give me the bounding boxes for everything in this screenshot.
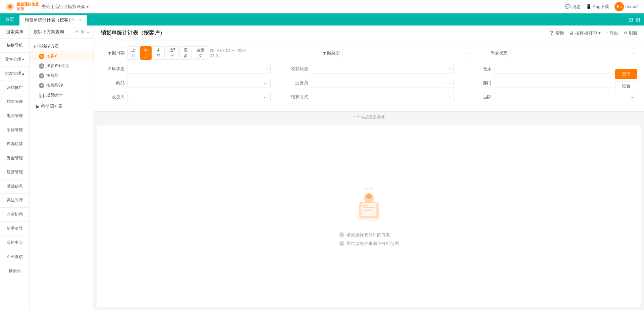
filter-area: 单据日期 上月 本月 本年 近7天 更多 自定义 2023-03-01 至 20…: [94, 41, 644, 111]
scheme-panel-actions: + ⚙ «: [75, 29, 90, 35]
svg-point-7: [366, 194, 372, 199]
tree-item-customer-product[interactable]: ⊞ 按客户+商品: [30, 61, 94, 71]
date-btn-7days[interactable]: 近7天: [166, 46, 179, 60]
date-btn-custom[interactable]: 自定义: [193, 46, 207, 60]
sidebar-item-ecommerce[interactable]: 电商管理: [0, 109, 29, 123]
industry-selector[interactable]: 办公用品行业模拟账套 ▾: [42, 4, 89, 10]
receiver-label: 收货人: [101, 94, 127, 100]
main-content: 销货单统计计表（按客户） ❓ 帮助 🖨 按模板打印 ▾: [94, 25, 644, 310]
filter-row-2: 出库状态 ▾ 收款状态 ▾ 仓库: [101, 64, 637, 74]
chevron-down-icon: ▾: [87, 4, 89, 9]
date-btn-more[interactable]: 更多: [180, 46, 192, 60]
filter-row-4: 收货人 ··· 结算方式 ▾ 品牌: [101, 92, 637, 102]
collapse-label: 收起更多条件: [361, 114, 385, 120]
settings-button[interactable]: 设置: [615, 81, 637, 91]
scheme-edit-icon[interactable]: ⚙: [80, 29, 85, 35]
header-right: 💬 消息 📱 App下载 Ea demo2: [565, 2, 639, 11]
date-btn-lastmonth[interactable]: 上月: [127, 46, 139, 60]
help-btn[interactable]: ❓ 帮助: [549, 30, 564, 36]
tree-group-desktop-header[interactable]: ▾ 电脑端方案: [30, 41, 94, 51]
sidebar-item-sales[interactable]: 销售管理: [0, 95, 29, 109]
sidebar-item-finance[interactable]: 资金管理: [0, 151, 29, 165]
svg-rect-12: [363, 207, 375, 208]
product-dots[interactable]: ···: [264, 81, 268, 86]
order-type-select[interactable]: ▾: [342, 48, 470, 58]
sidebar-item-wholesale[interactable]: 批发管理 ▴: [0, 67, 29, 81]
filter-row-3: 商品 ··· 业务员 ··· 部门: [101, 78, 637, 88]
customer-product-icon: ⊞: [39, 63, 44, 69]
product-select[interactable]: ···: [127, 78, 271, 88]
brand-dots[interactable]: ···: [631, 95, 634, 100]
message-action[interactable]: 💬 消息: [565, 4, 581, 10]
tree-item-return[interactable]: 📊 退货统计: [30, 90, 94, 100]
sidebar-item-member[interactable]: 畅会员: [0, 264, 29, 278]
settlement-label: 结算方式: [284, 94, 311, 100]
svg-line-8: [366, 188, 367, 190]
empty-illustration: [349, 185, 389, 225]
sidebar-item-operation[interactable]: 经营管理: [0, 165, 29, 179]
receiver-dots[interactable]: ···: [264, 95, 268, 100]
scheme-add-icon[interactable]: +: [75, 29, 78, 35]
tree-group-mobile-header[interactable]: ▶ 移动端方案: [30, 101, 94, 111]
content-area: 按以下方案查询 + ⚙ « ▾ 电脑端方案 客 按客户: [30, 25, 644, 310]
print-chevron-icon: ▾: [598, 31, 601, 36]
date-btn-thisyear[interactable]: 本年: [153, 46, 164, 60]
tree-item-product99[interactable]: ⊞ 按商品99: [30, 81, 94, 90]
sidebar-item-purchase[interactable]: 采购管理: [0, 123, 29, 137]
svg-point-2: [8, 5, 12, 8]
order-type-label: 单据类型: [316, 50, 342, 56]
refresh-btn[interactable]: ↺ 刷新: [624, 30, 637, 36]
sidebar-item-retail[interactable]: 零售管理 ▾: [0, 53, 29, 67]
payment-select[interactable]: ▾: [311, 64, 454, 74]
sidebar-item-coop[interactable]: 企业协同: [0, 208, 29, 222]
settlement-select[interactable]: ▾: [311, 92, 454, 102]
product-label: 商品: [101, 80, 127, 86]
scheme-collapse-icon[interactable]: «: [87, 29, 90, 35]
empty-tip-1: 1 请先选择要分析的方案: [339, 230, 399, 239]
page-header: 销货单统计计表（按客户） ❓ 帮助 🖨 按模板打印 ▾: [94, 25, 644, 41]
svg-line-10: [371, 188, 372, 190]
sidebar-item-search[interactable]: 搜索菜单: [0, 25, 29, 39]
print-btn[interactable]: 🖨 按模板打印 ▾: [570, 30, 601, 36]
tree-item-product[interactable]: ⊞ 按商品: [30, 71, 94, 81]
app-download-action[interactable]: 📱 App下载: [586, 4, 609, 10]
export-btn[interactable]: ↑ 导出: [606, 30, 619, 36]
customer-icon: 客: [39, 54, 44, 59]
salesperson-dots[interactable]: ···: [447, 81, 451, 86]
tab-expand-icon[interactable]: ⊞: [636, 16, 640, 23]
tree-item-customer[interactable]: 客 按客户: [30, 51, 94, 61]
logo-area: 畅捷通好生意 标版: [5, 2, 39, 11]
date-label: 单据日期: [101, 50, 127, 56]
tab-close-icon[interactable]: ×: [79, 18, 82, 22]
order-type-chevron-icon: ▾: [465, 51, 467, 55]
sidebar-item-quicknav[interactable]: 快捷导航: [0, 39, 29, 53]
order-status-select[interactable]: ▾: [510, 48, 637, 58]
sidebar-item-newguide[interactable]: 新手引导: [0, 222, 29, 236]
sidebar-item-marketing[interactable]: 营销推广: [0, 81, 29, 95]
sidebar-item-appstore[interactable]: 应用中心: [0, 236, 29, 250]
date-control: 上月 本月 本年 近7天 更多 自定义 2023-03-01 至 2023-03…: [127, 46, 249, 60]
top-header: 畅捷通好生意 标版 办公用品行业模拟账套 ▾ 💬 消息 📱 App下载 Ea d…: [0, 0, 644, 13]
payment-chevron-icon: ▾: [449, 67, 451, 71]
collapse-bar[interactable]: ⌃⌃ 收起更多条件: [94, 111, 644, 123]
sidebar-item-wechat[interactable]: 企业微信: [0, 250, 29, 264]
sidebar-item-inventory[interactable]: 库存核算: [0, 137, 29, 151]
sidebar-item-basic[interactable]: 基础信息: [0, 179, 29, 194]
date-btn-thismonth[interactable]: 本月: [140, 46, 152, 60]
tree-expand-mobile-icon: ▶: [36, 104, 40, 109]
tab-minimize-icon[interactable]: ⊟: [629, 16, 633, 23]
page-title: 销货单统计计表（按客户）: [101, 30, 165, 37]
tab-home[interactable]: 首页: [0, 13, 19, 25]
empty-tips: 1 请先选择要分析的方案 2 用过滤条件来缩小分析范围: [339, 230, 399, 248]
scheme-panel-title: 按以下方案查询: [34, 29, 64, 35]
collapse-up-icon: ⌃⌃: [353, 115, 360, 120]
query-button[interactable]: 查询: [615, 69, 637, 79]
sidebar-item-system[interactable]: 系统管理: [0, 194, 29, 208]
user-menu[interactable]: Ea demo2: [614, 2, 639, 11]
tab-current[interactable]: 销货单统计计表（按客户） ×: [19, 15, 87, 25]
receiver-select[interactable]: ···: [127, 92, 271, 102]
brand-select[interactable]: ···: [494, 92, 637, 102]
delivery-select[interactable]: ▾: [127, 64, 271, 74]
salesperson-select[interactable]: ···: [311, 78, 454, 88]
help-icon: ❓: [549, 31, 554, 36]
